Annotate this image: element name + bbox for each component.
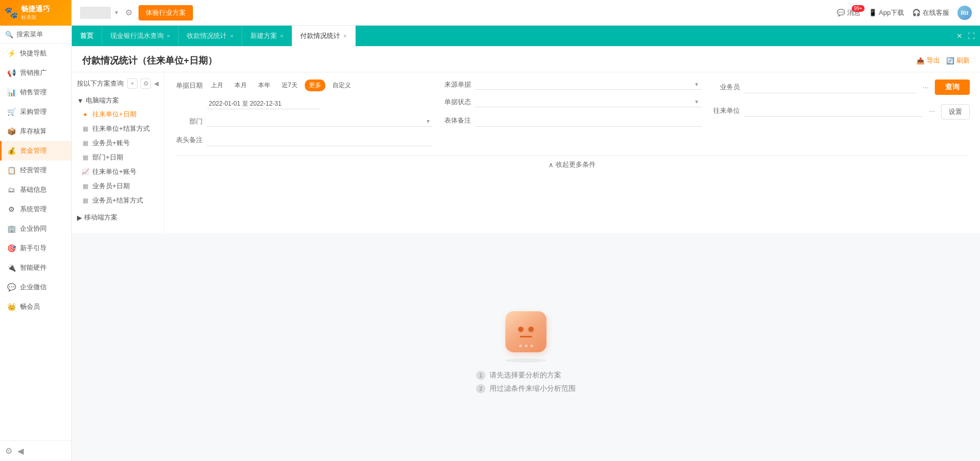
sidebar-item-member[interactable]: 👑 畅会员	[0, 297, 71, 316]
sidebar-search[interactable]: 🔍 搜索菜单	[0, 26, 71, 44]
scheme-salesperson-settlement[interactable]: ▦ 业务员+结算方式	[77, 193, 159, 208]
dept-select[interactable]: ▼	[207, 116, 433, 127]
tab-bank-flow-label: 现金银行流水查询	[110, 31, 164, 41]
query-btn[interactable]: 查询	[935, 79, 970, 95]
salesperson-ellipsis-btn[interactable]: ···	[920, 81, 931, 93]
export-btn[interactable]: 📤 导出	[916, 56, 940, 65]
basic-info-icon: 🗂	[7, 185, 16, 194]
date-btn-custom[interactable]: 自定义	[328, 79, 355, 91]
date-btn-7days[interactable]: 近7天	[278, 79, 302, 91]
pc-group-label: 电脑端方案	[86, 96, 119, 105]
panel-collapse-btn[interactable]: ◀	[154, 80, 159, 87]
tab-home[interactable]: 首页	[72, 26, 102, 46]
body-note-input[interactable]	[475, 114, 701, 127]
sidebar-item-system[interactable]: ⚙ 系统管理	[0, 199, 71, 219]
filter-item-status: 单据状态 ▼	[443, 97, 701, 107]
scheme-salesperson-account[interactable]: ▦ 业务员+账号	[77, 136, 159, 150]
tab-income-stats-close[interactable]: ×	[230, 33, 233, 39]
finance-icon: 💰	[7, 146, 16, 155]
filter-item-source: 来源单据 ▼	[443, 79, 701, 90]
sidebar-version: 标准版	[21, 14, 50, 21]
refresh-icon: 🔄	[946, 57, 954, 65]
tab-bank-flow[interactable]: 现金银行流水查询 ×	[102, 26, 179, 46]
sidebar-item-inventory[interactable]: 📦 库存核算	[0, 122, 71, 141]
collapse-more-btn[interactable]: ∧ 收起更多条件	[174, 155, 970, 173]
counterpart-input[interactable]	[744, 105, 923, 117]
date-btn-this-month[interactable]: 本月	[230, 79, 251, 91]
messages-btn[interactable]: 💬 消息 99+	[837, 8, 860, 17]
empty-tip-1-text: 请先选择要分析的方案	[489, 371, 561, 380]
mobile-group-header[interactable]: ▶ 移动端方案	[77, 211, 159, 224]
sidebar-item-guide[interactable]: 🎯 新手引导	[0, 238, 71, 258]
sidebar-item-quick-nav[interactable]: ⚡ 快捷导航	[0, 44, 71, 63]
tab-new-scheme-close[interactable]: ×	[280, 33, 283, 39]
collapse-more-label: 收起更多条件	[556, 160, 596, 169]
tab-expand-icon[interactable]: ⛶	[968, 32, 975, 40]
scheme-partner-settlement[interactable]: ▦ 往来单位+结算方式	[77, 122, 159, 136]
tab-bar: 首页 现金银行流水查询 × 收款情况统计 × 新建方案 × 付款情况统计 × ✕…	[72, 26, 980, 46]
export-icon: 📤	[916, 57, 925, 65]
scheme-dept-date[interactable]: ▦ 部门+日期	[77, 150, 159, 165]
refresh-btn[interactable]: 🔄 刷新	[946, 56, 970, 65]
filter-area: 按以下方案查询 + ⚙ ◀ ▼ 电脑端方案	[72, 72, 980, 233]
sidebar-item-label: 基础信息	[20, 185, 47, 194]
scheme-settings-btn[interactable]: ⚙	[141, 78, 151, 89]
footer-collapse-icon[interactable]: ◀	[17, 446, 24, 456]
tab-bank-flow-close[interactable]: ×	[167, 33, 170, 39]
empty-tip-2-text: 用过滤条件来缩小分析范围	[489, 384, 576, 393]
topbar-avatar[interactable]: Rit	[957, 6, 972, 20]
sidebar-item-enterprise[interactable]: 🏢 企业协同	[0, 219, 71, 238]
date-range-input[interactable]: 2022-01-01 至 2022-12-31	[207, 98, 320, 109]
salesperson-input[interactable]	[744, 81, 917, 93]
tab-income-stats[interactable]: 收款情况统计 ×	[179, 26, 242, 46]
inventory-icon: 📦	[7, 127, 16, 136]
sidebar-item-hardware[interactable]: 🔌 智能硬件	[0, 258, 71, 277]
add-scheme-btn[interactable]: +	[127, 78, 138, 89]
trial-btn[interactable]: 体验行业方案	[139, 5, 193, 21]
date-btn-more[interactable]: 更多	[305, 79, 325, 91]
topbar-dropdown-icon[interactable]: ▼	[114, 10, 119, 15]
app-download-btn[interactable]: 📱 App下载	[869, 8, 904, 17]
tab-close-all-icon[interactable]: ✕	[956, 32, 963, 40]
sales-icon: 📊	[7, 88, 16, 97]
sidebar-item-marketing[interactable]: 📢 营销推广	[0, 63, 71, 83]
main-area: ▼ ⚙ 体验行业方案 💬 消息 99+ 📱 App下载 🎧 在线客服 Rit	[72, 0, 980, 461]
online-service-label: 在线客服	[923, 8, 949, 17]
tab-payment-stats-close[interactable]: ×	[343, 33, 346, 39]
scheme-icon: ▦	[81, 125, 89, 133]
empty-tip-1: 1 请先选择要分析的方案	[476, 371, 576, 380]
scheme-salesperson-date[interactable]: ▦ 业务员+日期	[77, 179, 159, 193]
counterpart-ellipsis-btn[interactable]: ···	[927, 105, 937, 117]
scheme-partner-date[interactable]: ● 往来单位+日期	[77, 107, 159, 122]
tab-payment-stats[interactable]: 付款情况统计 ×	[292, 26, 355, 46]
scheme-icon: ▦	[81, 182, 89, 190]
online-service-btn[interactable]: 🎧 在线客服	[912, 8, 949, 17]
date-btn-last-month[interactable]: 上月	[207, 79, 227, 91]
member-icon: 👑	[7, 302, 16, 311]
sidebar-logo-text: 畅捷通巧	[21, 5, 50, 14]
date-btn-this-year[interactable]: 本年	[254, 79, 275, 91]
sidebar-item-operations[interactable]: 📋 经营管理	[0, 161, 71, 180]
header-note-input[interactable]	[207, 134, 433, 146]
sidebar-item-finance[interactable]: 💰 资金管理	[0, 141, 71, 161]
topbar-settings-icon[interactable]: ⚙	[125, 8, 132, 17]
wechat-icon: 💬	[7, 283, 16, 292]
page-title: 付款情况统计（往来单位+日期）	[82, 54, 217, 67]
sidebar-item-wechat[interactable]: 💬 企业微信	[0, 277, 71, 297]
left-scheme-panel: 按以下方案查询 + ⚙ ◀ ▼ 电脑端方案	[72, 72, 164, 233]
source-select[interactable]: ▼	[475, 79, 701, 90]
settings-btn[interactable]: 设置	[941, 104, 970, 119]
footer-settings-icon[interactable]: ⚙	[5, 446, 12, 456]
system-icon: ⚙	[7, 205, 16, 214]
scheme-label: 部门+日期	[92, 153, 123, 162]
pc-scheme-group: ▼ 电脑端方案 ● 往来单位+日期 ▦ 往来单位+结算方式 ▦ 业务员+账号	[77, 94, 159, 208]
topbar-user[interactable]: ▼	[80, 7, 119, 19]
sidebar-item-sales[interactable]: 📊 销售管理	[0, 83, 71, 102]
sidebar-item-purchase[interactable]: 🛒 采购管理	[0, 102, 71, 122]
pc-group-header[interactable]: ▼ 电脑端方案	[77, 94, 159, 107]
scheme-chart-icon: 📈	[81, 168, 89, 176]
sidebar-item-basic-info[interactable]: 🗂 基础信息	[0, 180, 71, 199]
status-select[interactable]: ▼	[475, 97, 701, 107]
scheme-partner-account[interactable]: 📈 往来单位+账号	[77, 165, 159, 179]
tab-new-scheme[interactable]: 新建方案 ×	[242, 26, 292, 46]
